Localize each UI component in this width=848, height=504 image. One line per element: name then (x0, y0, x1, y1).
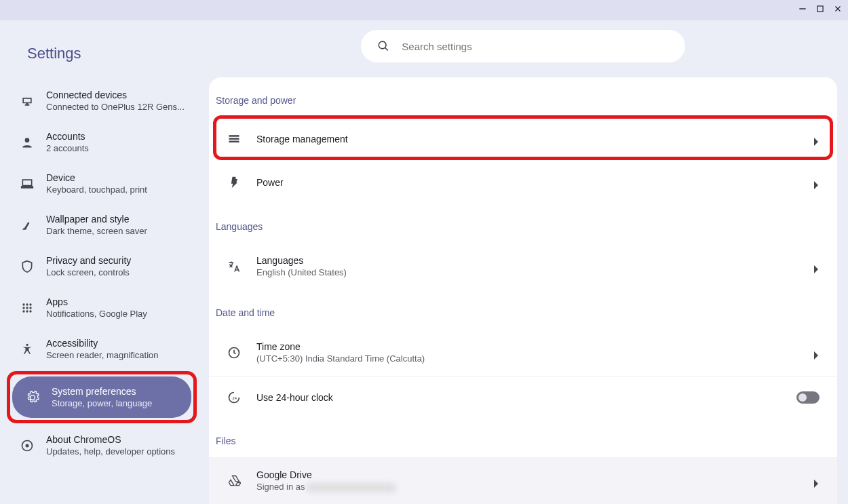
nav-title: Accounts (46, 131, 89, 142)
gear-icon (26, 391, 39, 404)
chrome-icon (20, 439, 34, 452)
nav-sub: 2 accounts (46, 143, 89, 153)
section-label-datetime: Date and time (209, 290, 837, 329)
svg-point-9 (22, 310, 24, 312)
sidebar-item-accounts[interactable]: Accounts 2 accounts (7, 121, 197, 163)
close-icon[interactable] (833, 4, 843, 16)
account-icon (20, 136, 34, 149)
section-label-storage: Storage and power (209, 77, 837, 117)
section-label-languages: Languages (209, 203, 837, 243)
row-languages[interactable]: Languages English (United States) (209, 243, 837, 290)
row-title: Languages (256, 255, 799, 266)
maximize-icon[interactable] (815, 4, 825, 16)
row-sub: (UTC+5:30) India Standard Time (Calcutta… (256, 353, 799, 364)
shield-icon (20, 260, 34, 273)
redacted-email (307, 484, 396, 492)
main-content: Storage and power Storage management Pow… (204, 20, 848, 504)
app-title: Settings (7, 26, 197, 80)
svg-point-12 (26, 343, 28, 345)
search-input[interactable] (402, 41, 669, 52)
row-timezone[interactable]: Time zone (UTC+5:30) India Standard Time… (209, 329, 837, 376)
nav-title: Wallpaper and style (46, 214, 147, 225)
gdrive-icon (227, 474, 241, 488)
svg-point-7 (26, 307, 28, 309)
highlight-annotation-sidebar: System preferences Storage, power, langu… (7, 371, 197, 423)
nav-sub: Connected to OnePlus 12R Gens... (46, 102, 185, 112)
section-label-files: Files (209, 418, 837, 457)
svg-rect-0 (799, 8, 805, 9)
nav-title: About ChromeOS (46, 434, 175, 445)
sidebar-item-system-preferences[interactable]: System preferences Storage, power, langu… (12, 376, 191, 418)
settings-panel: Storage and power Storage management Pow… (209, 77, 837, 504)
nav-title: Connected devices (46, 90, 185, 100)
nav-title: Apps (46, 296, 147, 307)
search-icon (377, 39, 389, 53)
nav-title: Device (46, 172, 147, 183)
row-title: Storage management (256, 134, 799, 144)
svg-text:24: 24 (233, 395, 237, 400)
nav-title: System preferences (52, 386, 152, 397)
svg-rect-1 (817, 6, 823, 12)
nav-sub: Screen reader, magnification (46, 350, 158, 360)
clock24-icon: 24 (227, 391, 241, 404)
row-24hour-clock[interactable]: 24 Use 24-hour clock (209, 376, 837, 418)
row-title: Use 24-hour clock (256, 392, 782, 403)
sidebar: Settings Connected devices Connected to … (0, 20, 204, 504)
row-google-drive[interactable]: Google Drive Signed in as (209, 457, 837, 504)
row-title: Time zone (256, 341, 799, 352)
nav-sub: Updates, help, developer options (46, 446, 175, 457)
nav-title: Accessibility (46, 338, 158, 349)
row-sub: English (United States) (256, 267, 799, 277)
svg-point-2 (25, 138, 30, 142)
svg-point-3 (22, 303, 24, 305)
row-title: Google Drive (256, 469, 799, 480)
row-storage-management[interactable]: Storage management (209, 117, 837, 161)
chevron-right-icon (814, 350, 820, 355)
sidebar-item-privacy[interactable]: Privacy and security Lock screen, contro… (7, 246, 197, 287)
svg-point-6 (22, 307, 24, 309)
apps-icon (20, 301, 34, 315)
row-sub: Signed in as (256, 482, 799, 492)
sidebar-item-device[interactable]: Device Keyboard, touchpad, print (7, 163, 197, 204)
svg-point-10 (26, 310, 28, 312)
storage-icon (227, 132, 241, 146)
minimize-icon[interactable] (798, 4, 807, 16)
svg-rect-15 (229, 135, 239, 137)
chevron-right-icon (814, 264, 820, 269)
chevron-right-icon (814, 478, 820, 484)
sidebar-item-about[interactable]: About ChromeOS Updates, help, developer … (7, 425, 197, 466)
translate-icon (227, 260, 241, 273)
row-title: Power (256, 177, 799, 188)
nav-sub: Dark theme, screen saver (46, 226, 147, 236)
chevron-right-icon (814, 136, 820, 142)
nav-sub: Notifications, Google Play (46, 309, 147, 319)
nav-title: Privacy and security (46, 255, 131, 266)
svg-point-14 (26, 444, 29, 447)
laptop-icon (20, 177, 34, 191)
svg-point-4 (26, 303, 28, 305)
devices-icon (20, 94, 34, 108)
svg-point-11 (29, 310, 31, 312)
window-titlebar (0, 0, 848, 20)
sidebar-item-accessibility[interactable]: Accessibility Screen reader, magnificati… (7, 328, 197, 370)
power-icon (227, 176, 241, 189)
clock-icon (227, 346, 241, 360)
accessibility-icon (20, 343, 34, 356)
toggle-24hour[interactable] (796, 391, 820, 404)
nav-list: Connected devices Connected to OnePlus 1… (7, 80, 197, 466)
chevron-right-icon (814, 180, 820, 185)
row-power[interactable]: Power (209, 161, 837, 203)
svg-point-5 (29, 303, 31, 305)
sidebar-item-wallpaper[interactable]: Wallpaper and style Dark theme, screen s… (7, 204, 197, 246)
nav-sub: Keyboard, touchpad, print (46, 185, 147, 195)
search-box[interactable] (361, 30, 685, 62)
nav-sub: Storage, power, language (52, 398, 152, 408)
svg-rect-17 (229, 141, 239, 143)
nav-sub: Lock screen, controls (46, 267, 131, 277)
svg-rect-16 (229, 138, 239, 140)
svg-point-8 (29, 307, 31, 309)
brush-icon (20, 218, 34, 232)
sidebar-item-apps[interactable]: Apps Notifications, Google Play (7, 287, 197, 328)
sidebar-item-connected-devices[interactable]: Connected devices Connected to OnePlus 1… (7, 80, 197, 121)
